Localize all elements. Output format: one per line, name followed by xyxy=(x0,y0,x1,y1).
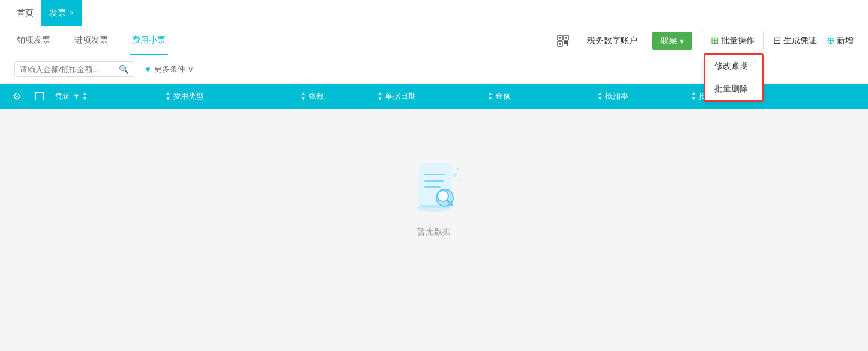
amount-column-header[interactable]: ▲▼ 金额 xyxy=(483,91,592,102)
svg-rect-10 xyxy=(565,43,568,44)
input-invoice-tab[interactable]: 进项发票 xyxy=(72,26,110,55)
add-label: 新增 xyxy=(837,35,854,46)
svg-rect-8 xyxy=(567,41,568,43)
svg-rect-7 xyxy=(565,41,567,43)
sub-nav: 销项发票 进项发票 费用小票 税务数字账户 取票 ▾ xyxy=(0,26,868,55)
expense-type-label: 费用类型 xyxy=(173,91,204,102)
count-column-header[interactable]: ▲▼ 张数 xyxy=(296,91,373,102)
voucher-label: 凭证 xyxy=(55,91,71,102)
gen-voucher-button[interactable]: ⊟ 生成凭证 xyxy=(773,35,817,46)
svg-rect-9 xyxy=(564,43,565,44)
checkbox-column-header[interactable] xyxy=(29,92,50,100)
svg-point-21 xyxy=(459,179,460,181)
sub-nav-left: 销项发票 进项发票 费用小票 xyxy=(14,26,168,55)
svg-rect-5 xyxy=(559,43,561,44)
voucher-sort[interactable]: ▲▼ xyxy=(82,91,88,102)
add-button[interactable]: ⊕ 新增 xyxy=(827,35,854,46)
batch-op-icon: ⊞ xyxy=(711,35,719,46)
take-ticket-button[interactable]: 取票 ▾ xyxy=(652,32,692,50)
amount-sort[interactable]: ▲▼ xyxy=(487,91,493,102)
more-filter-arrow: ∨ xyxy=(188,65,194,74)
count-sort[interactable]: ▲▼ xyxy=(301,91,306,102)
svg-point-20 xyxy=(457,168,459,170)
sales-invoice-tab[interactable]: 销项发票 xyxy=(14,26,53,55)
take-ticket-label: 取票 xyxy=(660,35,677,46)
search-wrap: 🔍 xyxy=(14,61,134,77)
search-input[interactable] xyxy=(20,65,115,74)
add-icon: ⊕ xyxy=(827,35,834,46)
count-label: 张数 xyxy=(309,91,324,102)
date-column-header[interactable]: ▲▼ 单据日期 xyxy=(372,91,482,102)
invoice-tab-label: 发票 xyxy=(49,8,66,19)
invoice-tab[interactable]: 发票 × xyxy=(41,0,82,26)
settings-column-header[interactable]: ⚙ xyxy=(5,91,29,102)
empty-state: 暂无数据 xyxy=(0,109,868,261)
search-icon[interactable]: 🔍 xyxy=(119,64,129,74)
batch-op-label: 批量操作 xyxy=(721,35,755,46)
svg-point-19 xyxy=(453,173,457,177)
batch-op-dropdown: ⊞ 批量操作 修改账期 批量删除 xyxy=(702,31,764,50)
tax-account-button[interactable]: 税务数字账户 xyxy=(582,35,642,46)
voucher-column-header[interactable]: 凭证 ▼ ▲▼ xyxy=(50,91,160,102)
svg-rect-4 xyxy=(565,37,567,38)
gen-voucher-label: 生成凭证 xyxy=(783,35,817,46)
date-sort[interactable]: ▲▼ xyxy=(377,91,382,102)
rate-label: 抵扣率 xyxy=(605,91,628,102)
batch-op-button[interactable]: ⊞ 批量操作 xyxy=(702,31,764,50)
empty-icon xyxy=(404,157,464,217)
select-all-checkbox[interactable] xyxy=(35,92,44,100)
expense-sort[interactable]: ▲▼ xyxy=(165,91,170,102)
date-label: 单据日期 xyxy=(385,91,416,102)
home-nav-item[interactable]: 首页 xyxy=(10,0,41,26)
edit-period-menu-item[interactable]: 修改账期 xyxy=(705,55,762,78)
rate-sort[interactable]: ▲▼ xyxy=(597,91,603,102)
sub-nav-right: 税务数字账户 取票 ▾ ⊞ 批量操作 修改账期 批量删除 ⊟ 生成凭证 ⊕ 新增 xyxy=(553,31,854,50)
batch-op-menu: 修改账期 批量删除 xyxy=(704,53,764,102)
invoice-tab-close[interactable]: × xyxy=(70,9,74,17)
svg-rect-6 xyxy=(564,41,565,43)
deduct-sort[interactable]: ▲▼ xyxy=(691,91,696,102)
voucher-filter-icon[interactable]: ▼ xyxy=(73,93,80,100)
svg-rect-11 xyxy=(567,44,568,46)
filter-icon: ▼ xyxy=(144,65,152,74)
qr-code-button[interactable] xyxy=(553,31,573,50)
batch-delete-menu-item[interactable]: 批量删除 xyxy=(705,78,762,100)
gear-icon: ⚙ xyxy=(13,91,21,102)
top-nav: 首页 发票 × xyxy=(0,0,868,26)
expense-ticket-tab[interactable]: 费用小票 xyxy=(130,26,168,55)
expense-type-column-header[interactable]: ▲▼ 费用类型 xyxy=(160,91,295,102)
gen-voucher-icon: ⊟ xyxy=(773,35,781,46)
svg-rect-3 xyxy=(559,37,561,38)
more-filter-label: 更多条件 xyxy=(154,64,185,75)
more-filter-button[interactable]: ▼ 更多条件 ∨ xyxy=(144,64,194,75)
amount-label: 金额 xyxy=(495,91,511,102)
take-ticket-arrow: ▾ xyxy=(680,36,684,46)
rate-column-header[interactable]: ▲▼ 抵扣率 xyxy=(592,91,686,102)
empty-text: 暂无数据 xyxy=(417,227,451,237)
